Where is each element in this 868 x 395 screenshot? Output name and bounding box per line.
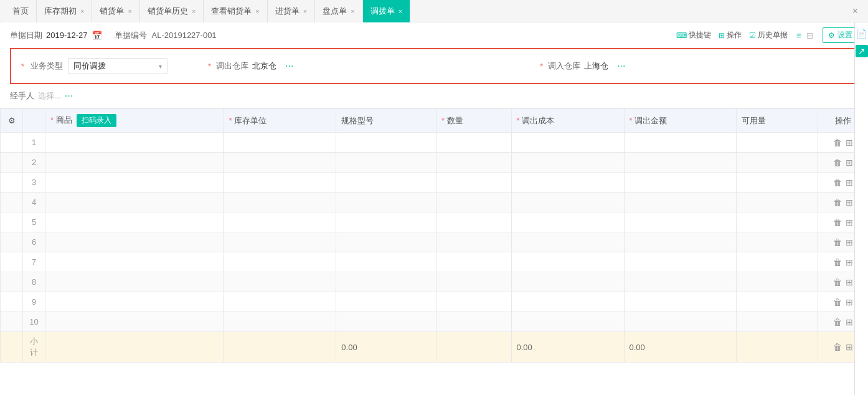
row-goods[interactable] [45, 232, 224, 252]
row-goods[interactable] [45, 133, 224, 153]
sidebar-doc-icon[interactable]: 📄 [856, 27, 868, 40]
delete-icon[interactable]: 🗑 [833, 138, 842, 148]
handler-more[interactable]: ··· [65, 90, 73, 102]
row-goods[interactable] [45, 173, 224, 193]
row-goods[interactable] [45, 272, 224, 292]
row-qty[interactable] [436, 232, 511, 252]
tab-sales-history[interactable]: 销货单历史 × [140, 0, 204, 22]
row-amount[interactable] [624, 252, 737, 272]
delete-icon[interactable]: 🗑 [833, 158, 842, 168]
tab-transfer[interactable]: 调拨单 × [363, 0, 410, 22]
close-view-sales[interactable]: × [255, 7, 259, 15]
delete-icon[interactable]: 🗑 [833, 342, 842, 352]
copy-icon[interactable]: ⊞ [846, 178, 853, 188]
row-cost[interactable] [511, 133, 624, 153]
row-spec[interactable] [336, 153, 436, 173]
row-unit[interactable] [224, 232, 336, 252]
delete-icon[interactable]: 🗑 [833, 297, 842, 307]
biz-type-select[interactable]: 同价调拨 ▾ [68, 58, 167, 74]
row-goods[interactable] [45, 212, 224, 232]
row-amount[interactable] [624, 312, 737, 332]
layout-list-icon[interactable]: ≡ [795, 29, 803, 42]
sidebar-expand-icon[interactable]: ↗ [856, 45, 868, 57]
row-cost[interactable] [511, 193, 624, 212]
row-amount[interactable] [624, 232, 737, 252]
row-spec[interactable] [336, 312, 436, 332]
copy-icon[interactable]: ⊞ [846, 317, 853, 327]
delete-icon[interactable]: 🗑 [833, 237, 842, 247]
row-qty[interactable] [436, 193, 511, 212]
row-spec[interactable] [336, 252, 436, 272]
operations-action[interactable]: ⊞ 操作 [719, 30, 742, 40]
copy-icon[interactable]: ⊞ [846, 237, 853, 247]
close-transfer[interactable]: × [399, 7, 402, 15]
row-unit[interactable] [224, 153, 336, 173]
delete-icon[interactable]: 🗑 [833, 257, 842, 267]
row-unit[interactable] [224, 212, 336, 232]
row-amount[interactable] [624, 193, 737, 212]
row-cost[interactable] [511, 292, 624, 312]
row-amount[interactable] [624, 173, 737, 193]
row-amount[interactable] [624, 133, 737, 153]
row-cost[interactable] [511, 212, 624, 232]
row-amount[interactable] [624, 153, 737, 173]
row-cost[interactable] [511, 232, 624, 252]
row-cost[interactable] [511, 252, 624, 272]
row-qty[interactable] [436, 212, 511, 232]
in-warehouse-more[interactable]: ··· [617, 60, 625, 72]
row-cost[interactable] [511, 153, 624, 173]
shortcuts-action[interactable]: ⌨ 快捷键 [676, 30, 711, 40]
row-spec[interactable] [336, 173, 436, 193]
row-qty[interactable] [436, 173, 511, 193]
row-goods[interactable] [45, 252, 224, 272]
row-cost[interactable] [511, 173, 624, 193]
row-amount[interactable] [624, 272, 737, 292]
row-unit[interactable] [224, 252, 336, 272]
tab-home[interactable]: 首页 [2, 0, 37, 22]
row-unit[interactable] [224, 133, 336, 153]
row-unit[interactable] [224, 292, 336, 312]
out-warehouse-more[interactable]: ··· [285, 60, 293, 72]
copy-icon[interactable]: ⊞ [846, 342, 853, 352]
row-spec[interactable] [336, 133, 436, 153]
handler-input[interactable]: 选择... [38, 90, 61, 102]
row-unit[interactable] [224, 173, 336, 193]
close-sales-history[interactable]: × [192, 7, 196, 15]
copy-icon[interactable]: ⊞ [846, 217, 853, 227]
copy-icon[interactable]: ⊞ [846, 198, 853, 207]
row-qty[interactable] [436, 272, 511, 292]
row-goods[interactable] [45, 292, 224, 312]
delete-icon[interactable]: 🗑 [833, 277, 842, 287]
row-unit[interactable] [224, 193, 336, 212]
row-spec[interactable] [336, 292, 436, 312]
copy-icon[interactable]: ⊞ [846, 138, 853, 148]
row-qty[interactable] [436, 312, 511, 332]
copy-icon[interactable]: ⊞ [846, 277, 853, 287]
close-sales-order[interactable]: × [128, 7, 131, 15]
row-spec[interactable] [336, 193, 436, 212]
row-qty[interactable] [436, 133, 511, 153]
row-unit[interactable] [224, 272, 336, 292]
row-spec[interactable] [336, 212, 436, 232]
tab-inventory-init[interactable]: 库存期初 × [37, 0, 92, 22]
row-spec[interactable] [336, 272, 436, 292]
row-amount[interactable] [624, 292, 737, 312]
layout-grid-icon[interactable]: ⊟ [805, 29, 815, 42]
col-gear[interactable]: ⚙ [1, 109, 23, 133]
delete-icon[interactable]: 🗑 [833, 217, 842, 227]
history-action[interactable]: ☑ 历史单据 [749, 30, 788, 40]
tab-purchase-order[interactable]: 进货单 × [268, 0, 315, 22]
row-amount[interactable] [624, 212, 737, 232]
row-goods[interactable] [45, 312, 224, 332]
row-goods[interactable] [45, 153, 224, 173]
row-unit[interactable] [224, 312, 336, 332]
settings-button[interactable]: ⚙ 设置 [823, 27, 858, 43]
delete-icon[interactable]: 🗑 [833, 198, 842, 207]
close-inventory-init[interactable]: × [80, 7, 84, 15]
row-qty[interactable] [436, 153, 511, 173]
row-cost[interactable] [511, 272, 624, 292]
row-qty[interactable] [436, 252, 511, 272]
row-goods[interactable] [45, 193, 224, 212]
copy-icon[interactable]: ⊞ [846, 297, 853, 307]
copy-icon[interactable]: ⊞ [846, 257, 853, 267]
